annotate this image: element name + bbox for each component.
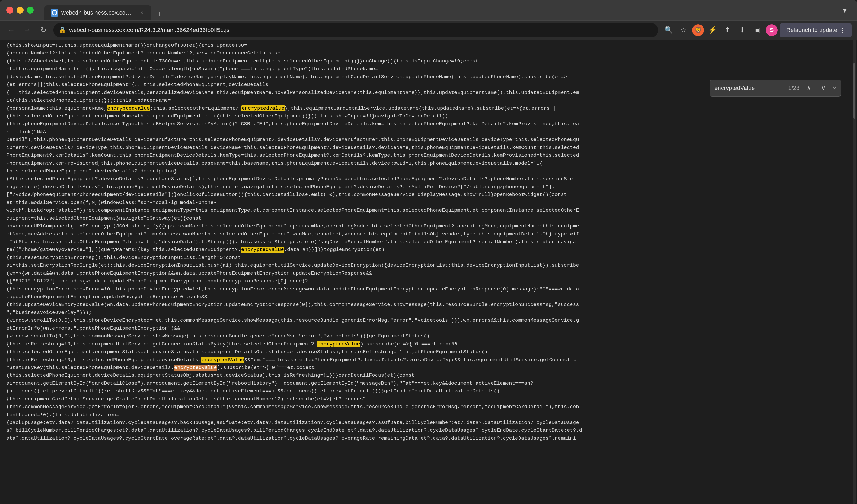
code-line: {personalName:this.equipmentName,encrypt… xyxy=(0,105,857,112)
brave-icon[interactable]: 🦁 xyxy=(692,24,704,36)
code-line: ai=document.getElementById("cardDetailCl… xyxy=(0,380,857,387)
code-line: (this.t38Checked=et,this.selectedOtherEq… xyxy=(0,57,857,65)
code-line: this.selectedPhoneEquipment?.deviceDetai… xyxy=(0,168,857,175)
code-line: nStatusByKey(this.selectedPhoneEquipment… xyxy=(0,364,857,371)
code-line: ","businessVoiceOverlay"))); xyxy=(0,309,857,317)
code-line: {this.resetEncryptionErrorMsg(),this.dev… xyxy=(0,254,857,262)
find-close-button[interactable]: × xyxy=(833,84,837,92)
find-count: 1/28 xyxy=(788,85,800,91)
search-highlight: encryptedValue xyxy=(317,341,360,347)
code-line: {this.showInput=!1,this.updateEquipmentN… xyxy=(0,42,857,49)
bookmark-button[interactable]: ☆ xyxy=(677,24,690,37)
code-line: (this.updateDeviceEncryptedValue(wn.data… xyxy=(0,301,857,309)
scrollbar-thumb[interactable] xyxy=(853,63,855,119)
code-line: {accountNumber12:this.selectedOtherEquip… xyxy=(0,49,857,57)
code-line: ($this.selectedPhoneEquipment?.deviceDet… xyxy=(0,175,857,183)
code-line: (this.commonMessageService.getErrorInfo(… xyxy=(0,403,857,411)
search-highlight: encryptedValue xyxy=(174,365,217,370)
sidebar-button[interactable]: ▣ xyxy=(751,24,764,37)
code-line: (this.selectedOtherEquipment.equipmentSt… xyxy=(0,348,857,356)
code-line: et=this.modalService.open(f,N,{windowCla… xyxy=(0,199,857,207)
content-area: 1/28 ∧ ∨ × {this.showInput=!1,this.updat… xyxy=(0,39,857,504)
tab-bar: webcdn-business.cox.com/R... × + xyxy=(44,0,835,20)
code-line: it(this.selectedPhoneEquipment))})):(thi… xyxy=(0,97,857,104)
code-line: .updatePhoneEquipmentEncryption.updateEn… xyxy=(0,293,857,301)
code-line: PhoneEquipment?.kemProvisioned,this.phon… xyxy=(0,160,857,168)
code-line: {backupUsage:et?.data?.dataUtilization?.… xyxy=(0,419,857,427)
scrollbar[interactable] xyxy=(853,39,856,504)
code-line: (ai.focus(),et.preventDefault()):et.shif… xyxy=(0,387,857,395)
code-line: {this.isRefreshing=!0,this.selectedPhone… xyxy=(0,356,857,364)
close-window-button[interactable] xyxy=(6,7,13,14)
code-line: etErrorInfo(wn.errors,"updatePhoneEquipm… xyxy=(0,325,857,332)
code-line: width",backdrop:"static"});et.componentI… xyxy=(0,207,857,214)
nav-bar: ← → ↻ 🔒 webcdn-business.cox.com/R24.3.2/… xyxy=(0,20,857,39)
extensions-button[interactable]: ⚡ xyxy=(706,24,719,37)
code-line: ["/voice/phoneequipment/phoneequipment/d… xyxy=(0,191,857,198)
address-bar[interactable]: 🔒 webcdn-business.cox.com/R24.3.2/main.3… xyxy=(53,23,658,37)
search-highlight: encryptedValue xyxy=(241,247,284,253)
find-prev-button[interactable]: ∧ xyxy=(804,83,814,93)
url-text: webcdn-business.cox.com/R24.3.2/main.366… xyxy=(69,27,653,34)
title-bar: webcdn-business.cox.com/R... × + ▾ xyxy=(0,0,857,20)
code-line: tentLoaded=!0):(this.dataUtilization= xyxy=(0,411,857,419)
code-line: quipment=this.selectedOtherEquipment}nav… xyxy=(0,215,857,222)
forward-button[interactable]: → xyxy=(21,24,33,36)
code-line: ai=this.setEncryptionReqSingle(et);this.… xyxy=(0,262,857,270)
tab-favicon xyxy=(51,9,58,17)
relaunch-button[interactable]: Relaunch to update ⋮ xyxy=(780,23,852,37)
code-line: ata?.dataUtilization?.cycleDataUsages?.c… xyxy=(0,435,857,442)
code-line: sim.link("N&A xyxy=(0,128,857,136)
nav-actions: 🔍 ☆ 🦁 ⚡ ⬆ ⬇ ▣ S Relaunch to update ⋮ xyxy=(662,23,852,37)
browser-window: webcdn-business.cox.com/R... × + ▾ ← → ↻… xyxy=(0,0,857,504)
relaunch-menu-icon: ⋮ xyxy=(839,27,845,34)
find-bar: 1/28 ∧ ∨ × xyxy=(710,80,841,97)
code-line: (this.selectedOtherEquipment.equipmentNa… xyxy=(0,112,857,120)
back-button[interactable]: ← xyxy=(5,24,17,36)
active-tab[interactable]: webcdn-business.cox.com/R... × xyxy=(44,5,151,20)
maximize-window-button[interactable] xyxy=(27,7,34,14)
find-input[interactable] xyxy=(715,85,784,91)
code-line: (window.scrollTo(0,0),this.commonMessage… xyxy=(0,332,857,340)
browser-menu-button[interactable]: ▾ xyxy=(839,4,851,16)
minimize-window-button[interactable] xyxy=(17,7,23,14)
tab-title: webcdn-business.cox.com/R... xyxy=(62,9,135,16)
code-line: et=this.equipmentName.trim();this.isspac… xyxy=(0,65,857,73)
code-view: {this.showInput=!1,this.updateEquipmentN… xyxy=(0,39,857,504)
reload-button[interactable]: ↻ xyxy=(37,24,49,36)
code-line: an=encodeURIComponent(i.AES.encrypt(JSON… xyxy=(0,222,857,230)
code-line: Detail"),this.phoneEquipmentDeviceDetail… xyxy=(0,136,857,144)
code-line: te(["/home/gatewayoverview"],[{queryPara… xyxy=(0,246,857,254)
code-line: (this.selectedPhoneEquipment.deviceDetai… xyxy=(0,371,857,379)
search-highlight: encryptedValue xyxy=(241,105,285,111)
downloads-button[interactable]: ⬇ xyxy=(736,24,749,37)
new-tab-button[interactable]: + xyxy=(153,7,166,20)
code-line: {this.equipmentCardDetailService.getCrad… xyxy=(0,395,857,403)
code-line: {this.isRefreshing=!0,this.equipmentUtil… xyxy=(0,340,857,348)
search-action-button[interactable]: 🔍 xyxy=(662,24,675,37)
lock-icon: 🔒 xyxy=(59,27,66,34)
code-line: PhoneEquipment?.kemDetails?.kemCount,thi… xyxy=(0,152,857,159)
code-line: rage.store("deviceDetailsArray",this.pho… xyxy=(0,183,857,191)
search-highlight: encryptedValue xyxy=(107,105,150,111)
code-line: s?.billCycleNumber,billPeriodCharges:et?… xyxy=(0,427,857,434)
code-line: (this.phoneEquipmentDeviceDetails.userTy… xyxy=(0,120,857,128)
search-highlight: encryptedValue xyxy=(201,357,245,363)
tab-close-button[interactable]: × xyxy=(138,9,145,17)
code-line: iTabStatus:this.selectedOtherEquipment?.… xyxy=(0,238,857,246)
share-button[interactable]: ⬆ xyxy=(721,24,734,37)
relaunch-label: Relaunch to update xyxy=(786,27,837,34)
find-next-button[interactable]: ∨ xyxy=(818,83,828,93)
profile-button[interactable]: S xyxy=(766,24,778,36)
traffic-lights xyxy=(6,7,34,14)
code-line: (wn=>{wn.data&&wn.data.updatePhoneEquipm… xyxy=(0,270,857,277)
code-line: (this.encryptionError.showError=!0,this.… xyxy=(0,285,857,293)
code-line: (["8121","8122"].includes(wn.data.update… xyxy=(0,277,857,285)
code-line: (window.scrollTo(0,0),this.phoneDeviceEn… xyxy=(0,317,857,324)
code-line: ipment?.deviceDetails?.deviceType,this.p… xyxy=(0,144,857,152)
code-line: ntName,macAddress:this.selectedOtherEqui… xyxy=(0,230,857,238)
